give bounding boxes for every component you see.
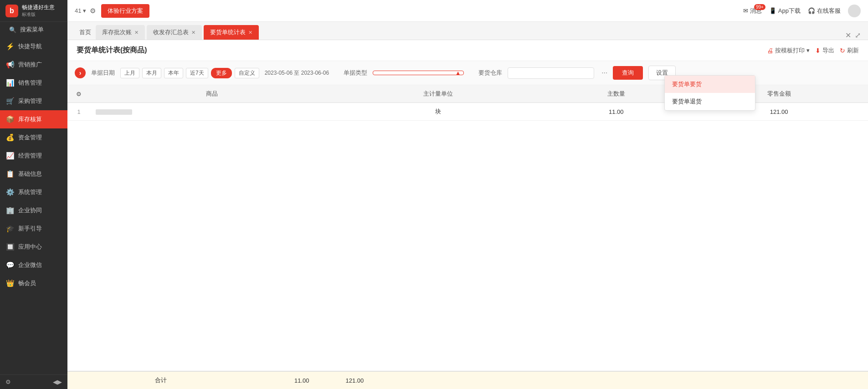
sidebar-item-wechat[interactable]: 💬 企业微信 bbox=[0, 256, 67, 274]
sidebar-item-guide[interactable]: 🎓 新手引导 bbox=[0, 220, 67, 238]
sidebar-item-sales[interactable]: 📊 销售管理 bbox=[0, 74, 67, 92]
sidebar-item-enterprise[interactable]: 🏢 企业协同 bbox=[0, 201, 67, 220]
basic-info-icon: 📋 bbox=[5, 169, 15, 179]
date-this-year[interactable]: 本年 bbox=[164, 68, 183, 78]
app-logo: b 畅捷通好生意 标准版 bbox=[0, 0, 67, 22]
sidebar-item-app-center[interactable]: 🔲 应用中心 bbox=[0, 238, 67, 256]
tab-order-stats[interactable]: 要货单统计表 ✕ bbox=[204, 25, 259, 40]
refresh-icon: ↻ bbox=[840, 47, 845, 54]
page-header: 要货单统计表(按商品) 🖨 按模板打印 ▾ ⬇ 导出 ↻ 刷新 bbox=[67, 40, 868, 61]
message-icon: ✉ bbox=[743, 7, 748, 14]
export-icon: ⬇ bbox=[815, 47, 821, 54]
enterprise-icon: 🏢 bbox=[5, 206, 15, 215]
phone-icon: 📱 bbox=[769, 7, 776, 14]
filter-more-icon[interactable]: ··· bbox=[601, 69, 607, 77]
top-header: 41 ▾ ⚙ 体验行业方案 ✉ 消息 99+ 📱 App下载 🎧 在线客服 bbox=[67, 0, 868, 22]
operations-icon: 📈 bbox=[5, 151, 15, 160]
footer-quantity: 11.00 bbox=[294, 377, 309, 384]
logo-text: 畅捷通好生意 标准版 bbox=[22, 4, 55, 18]
vip-icon: 👑 bbox=[5, 279, 15, 288]
purchase-icon: 🛒 bbox=[5, 97, 15, 106]
header-left: 41 ▾ ⚙ 体验行业方案 bbox=[75, 4, 743, 18]
refresh-button[interactable]: ↻ 刷新 bbox=[840, 46, 859, 55]
table-container: ⚙ 商品 主计量单位 主数量 零售金额 1 块 11.00 bbox=[67, 85, 868, 371]
print-button[interactable]: 🖨 按模板打印 ▾ bbox=[767, 46, 810, 55]
header-right: ✉ 消息 99+ 📱 App下载 🎧 在线客服 bbox=[743, 5, 861, 17]
row-num: 1 bbox=[67, 103, 90, 121]
dropdown-item-order[interactable]: 要货单要货 bbox=[665, 76, 755, 93]
app-download-item[interactable]: 📱 App下载 bbox=[769, 7, 801, 15]
sidebar-item-purchase[interactable]: 🛒 采购管理 bbox=[0, 92, 67, 110]
type-select-wrapper: ▲ 要货单要货 要货单退货 bbox=[373, 71, 464, 75]
type-label: 单据类型 bbox=[344, 69, 367, 77]
online-service-item[interactable]: 🎧 在线客服 bbox=[808, 7, 841, 15]
col-settings[interactable]: ⚙ bbox=[67, 85, 90, 103]
sidebar-item-system[interactable]: ⚙️ 系统管理 bbox=[0, 183, 67, 201]
sidebar-item-basic-info[interactable]: 📋 基础信息 bbox=[0, 165, 67, 183]
quick-nav-icon: ⚡ bbox=[5, 42, 15, 51]
search-menu[interactable]: 🔍 搜索菜单 bbox=[0, 22, 67, 37]
page-actions: 🖨 按模板打印 ▾ ⬇ 导出 ↻ 刷新 bbox=[767, 46, 859, 55]
user-avatar[interactable] bbox=[848, 5, 861, 17]
date-last-7-days[interactable]: 近7天 bbox=[186, 68, 208, 78]
sidebar-item-operations[interactable]: 📈 经营管理 bbox=[0, 147, 67, 165]
sidebar-nav: ⚡ 快捷导航 📢 营销推广 📊 销售管理 🛒 采购管理 📦 库存核算 💰 资金管… bbox=[0, 37, 67, 374]
tab-home[interactable]: 首页 bbox=[75, 25, 96, 40]
date-last-month[interactable]: 上月 bbox=[120, 68, 139, 78]
print-icon: 🖨 bbox=[767, 47, 773, 54]
trial-button[interactable]: 体验行业方案 bbox=[101, 4, 149, 18]
tab-close-order-stats[interactable]: ✕ bbox=[248, 30, 252, 36]
main-content: 41 ▾ ⚙ 体验行业方案 ✉ 消息 99+ 📱 App下载 🎧 在线客服 首页 bbox=[67, 0, 868, 389]
collapse-icon[interactable]: ◀▶ bbox=[53, 379, 62, 385]
row-product bbox=[90, 103, 334, 121]
export-button[interactable]: ⬇ 导出 bbox=[815, 46, 834, 55]
col-unit: 主计量单位 bbox=[334, 85, 543, 103]
filter-bar: › 单据日期 上月 本月 本年 近7天 更多 自定义 2023-05-06 至 … bbox=[67, 61, 868, 85]
type-dropdown-menu: 要货单要货 要货单退货 bbox=[664, 75, 755, 111]
footer-amount: 121.00 bbox=[346, 377, 364, 384]
date-shortcuts: 上月 本月 本年 近7天 更多 自定义 bbox=[120, 68, 259, 78]
header-gear-icon[interactable]: ⚙ bbox=[90, 7, 96, 15]
system-icon: ⚙️ bbox=[5, 188, 15, 197]
settings-gear-icon[interactable]: ⚙ bbox=[5, 379, 11, 385]
row-unit: 块 bbox=[334, 103, 543, 121]
messages-item[interactable]: ✉ 消息 99+ bbox=[743, 7, 762, 15]
date-custom[interactable]: 自定义 bbox=[235, 68, 259, 78]
page-title: 要货单统计表(按商品) bbox=[77, 46, 147, 55]
date-this-month[interactable]: 本月 bbox=[142, 68, 161, 78]
date-range-display: 2023-05-06 至 2023-06-06 bbox=[265, 69, 329, 77]
page-content: 要货单统计表(按商品) 🖨 按模板打印 ▾ ⬇ 导出 ↻ 刷新 › bbox=[67, 40, 868, 389]
tab-close-inventory-batch[interactable]: ✕ bbox=[134, 30, 139, 36]
tab-receive-summary[interactable]: 收发存汇总表 ✕ bbox=[147, 25, 202, 40]
logo-icon: b bbox=[5, 5, 18, 17]
close-all-tabs-icon[interactable]: ✕ bbox=[845, 31, 851, 40]
tab-close-receive-summary[interactable]: ✕ bbox=[191, 30, 195, 36]
warehouse-input[interactable] bbox=[508, 67, 594, 79]
marketing-icon: 📢 bbox=[5, 60, 15, 69]
sidebar-footer: ⚙ ◀▶ bbox=[0, 374, 67, 389]
tab-count-dropdown[interactable]: ▾ bbox=[83, 7, 86, 14]
tabs-end: ✕ ⤢ bbox=[845, 31, 861, 40]
date-label: 单据日期 bbox=[91, 69, 115, 77]
wechat-icon: 💬 bbox=[5, 261, 15, 270]
table-footer: 合计 11.00 121.00 bbox=[67, 371, 868, 389]
sidebar-item-inventory[interactable]: 📦 库存核算 bbox=[0, 110, 67, 128]
print-dropdown-icon: ▾ bbox=[806, 47, 810, 54]
sidebar-item-vip[interactable]: 👑 畅会员 bbox=[0, 274, 67, 292]
tabs-bar: 首页 库存批次账 ✕ 收发存汇总表 ✕ 要货单统计表 ✕ ✕ ⤢ bbox=[67, 22, 868, 40]
type-select[interactable]: ▲ bbox=[373, 71, 464, 75]
col-product: 商品 bbox=[90, 85, 334, 103]
sidebar-item-quick-nav[interactable]: ⚡ 快捷导航 bbox=[0, 37, 67, 56]
headset-icon: 🎧 bbox=[808, 7, 815, 14]
tab-inventory-batch[interactable]: 库存批次账 ✕ bbox=[96, 25, 145, 40]
expand-tabs-icon[interactable]: ⤢ bbox=[855, 31, 861, 40]
finance-icon: 💰 bbox=[5, 133, 15, 142]
dropdown-item-return[interactable]: 要货单退货 bbox=[665, 93, 755, 110]
query-button[interactable]: 查询 bbox=[613, 66, 643, 80]
date-more[interactable]: 更多 bbox=[211, 68, 232, 78]
sidebar-item-finance[interactable]: 💰 资金管理 bbox=[0, 128, 67, 147]
sidebar-item-marketing[interactable]: 📢 营销推广 bbox=[0, 56, 67, 74]
sidebar: b 畅捷通好生意 标准版 🔍 搜索菜单 ⚡ 快捷导航 📢 营销推广 📊 销售管理… bbox=[0, 0, 67, 389]
app-center-icon: 🔲 bbox=[5, 242, 15, 251]
filter-expand-button[interactable]: › bbox=[75, 67, 86, 78]
